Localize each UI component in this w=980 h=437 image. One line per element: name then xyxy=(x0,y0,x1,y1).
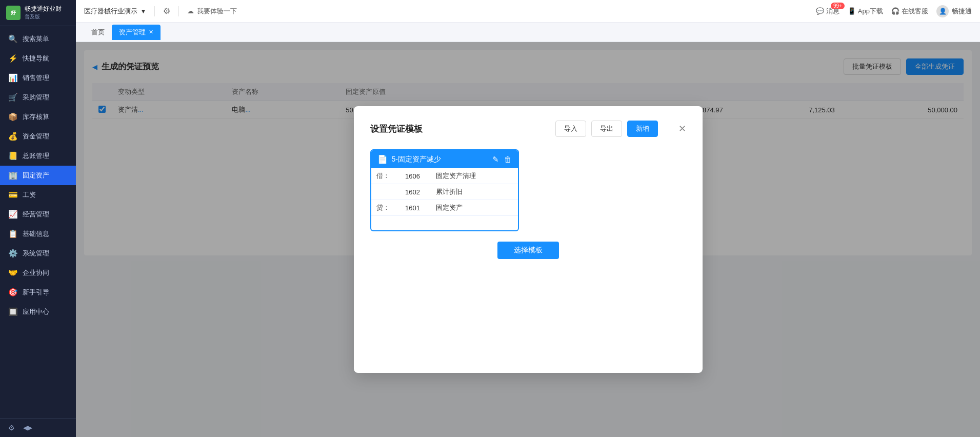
sidebar-item-cooperation[interactable]: 🤝 企业协同 xyxy=(0,263,76,283)
sidebar-item-label: 库存核算 xyxy=(23,112,49,122)
message-badge: 99+ xyxy=(831,3,845,9)
template-card: 📄 5-固定资产减少 ✎ 🗑 借： xyxy=(370,149,519,231)
sidebar-item-label: 新手引导 xyxy=(23,288,49,297)
entry-credit xyxy=(505,200,518,216)
sidebar-item-label: 搜索菜单 xyxy=(23,34,49,44)
appcenter-icon: 🔲 xyxy=(8,307,17,316)
sidebar-item-label: 固定资产 xyxy=(23,171,49,180)
collapse-icon[interactable]: ◀▶ xyxy=(23,424,32,431)
user-menu[interactable]: 👤 畅捷通 xyxy=(936,5,972,17)
app-title: 畅捷通好业财 xyxy=(25,5,62,13)
sidebar-item-salary[interactable]: 💳 工资 xyxy=(0,185,76,205)
sidebar-item-purchase[interactable]: 🛒 采购管理 xyxy=(0,88,76,107)
sidebar-item-label: 经营管理 xyxy=(23,210,49,219)
import-btn[interactable]: 导入 xyxy=(555,121,586,137)
operation-icon: 📈 xyxy=(8,210,17,219)
template-delete-icon[interactable]: 🗑 xyxy=(504,155,512,164)
system-icon: ⚙️ xyxy=(8,249,17,258)
sidebar-item-label: 快捷导航 xyxy=(23,54,49,63)
sidebar-item-operation[interactable]: 📈 经营管理 xyxy=(0,205,76,224)
sidebar-item-inventory[interactable]: 📦 库存核算 xyxy=(0,107,76,127)
topbar-settings-icon[interactable]: ⚙ xyxy=(163,6,170,16)
company-name: 医疗器械行业演示 xyxy=(84,7,137,16)
sidebar-item-guide[interactable]: 🎯 新手引导 xyxy=(0,283,76,302)
modal-title: 设置凭证模板 xyxy=(370,123,423,135)
modal-actions: 导入 导出 新增 xyxy=(555,121,658,137)
app-subtitle: 普及版 xyxy=(25,13,62,21)
trial-experience[interactable]: ☁ 我要体验一下 xyxy=(187,7,237,16)
online-service-btn[interactable]: 🎧 在线客服 xyxy=(891,7,928,16)
entry-type: 借： xyxy=(371,168,400,184)
sales-icon: 📊 xyxy=(8,73,17,83)
online-service-label: 在线客服 xyxy=(902,7,928,16)
template-entry-row: 贷： 1601 固定资产 xyxy=(371,200,518,216)
app-logo: 好 xyxy=(6,6,21,20)
template-name: 5-固定资产减少 xyxy=(392,155,441,164)
main-area: 医疗器械行业演示 ▼ ⚙ ☁ 我要体验一下 💬 消息 99+ 📱 App下载 🎧… xyxy=(76,0,980,437)
entry-debit xyxy=(492,184,505,200)
sidebar-item-label: 资金管理 xyxy=(23,132,49,141)
modal-overlay: 设置凭证模板 导入 导出 新增 ✕ 📄 xyxy=(76,42,980,437)
sidebar-item-quicknav[interactable]: ⚡ 快捷导航 xyxy=(0,49,76,68)
guide-icon: 🎯 xyxy=(8,288,17,297)
phone-icon: 📱 xyxy=(848,7,856,15)
sidebar-item-sales[interactable]: 📊 销售管理 xyxy=(0,68,76,88)
sidebar-item-label: 总账管理 xyxy=(23,151,49,161)
modal-header: 设置凭证模板 导入 导出 新增 ✕ xyxy=(370,121,686,137)
ledger-icon: 📒 xyxy=(8,151,17,161)
new-btn[interactable]: 新增 xyxy=(627,121,658,137)
entry-type: 贷： xyxy=(371,200,400,216)
sidebar-item-basic[interactable]: 📋 基础信息 xyxy=(0,224,76,244)
tab-close-icon[interactable]: ✕ xyxy=(149,29,153,35)
sidebar-item-ledger[interactable]: 📒 总账管理 xyxy=(0,146,76,166)
avatar: 👤 xyxy=(936,5,949,17)
template-doc-icon: 📄 xyxy=(377,154,388,164)
message-icon: 💬 xyxy=(816,7,824,15)
topbar: 医疗器械行业演示 ▼ ⚙ ☁ 我要体验一下 💬 消息 99+ 📱 App下载 🎧… xyxy=(76,0,980,23)
entry-name: 固定资产清理 xyxy=(431,168,492,184)
tabs-bar: 首页 资产管理 ✕ xyxy=(76,23,980,42)
sidebar-item-label: 系统管理 xyxy=(23,249,49,258)
cooperation-icon: 🤝 xyxy=(8,268,17,277)
sidebar-header: 好 畅捷通好业财 普及版 xyxy=(0,0,76,26)
select-template-btn[interactable]: 选择模板 xyxy=(497,242,559,259)
sidebar-item-label: 销售管理 xyxy=(23,73,49,83)
topbar-right: 💬 消息 99+ 📱 App下载 🎧 在线客服 👤 畅捷通 xyxy=(816,5,972,17)
page-content: ◀ 生成的凭证预览 批量凭证模板 全部生成凭证 变动类型 资产名称 xyxy=(76,42,980,437)
entry-name: 累计折旧 xyxy=(431,184,492,200)
template-entry-row: 借： 1606 固定资产清理 xyxy=(371,168,518,184)
salary-icon: 💳 xyxy=(8,190,17,200)
template-card-header: 📄 5-固定资产减少 ✎ 🗑 xyxy=(371,150,518,168)
sidebar-item-label: 基础信息 xyxy=(23,229,49,239)
sidebar-footer: ⚙ ◀▶ xyxy=(0,418,76,437)
company-selector[interactable]: 医疗器械行业演示 ▼ xyxy=(84,7,146,16)
sidebar-item-appcenter[interactable]: 🔲 应用中心 xyxy=(0,302,76,322)
username: 畅捷通 xyxy=(952,7,972,16)
entry-type xyxy=(371,184,400,200)
cloud-icon: ☁ xyxy=(187,7,194,15)
app-download-btn[interactable]: 📱 App下载 xyxy=(848,7,883,16)
tab-asset-mgmt[interactable]: 资产管理 ✕ xyxy=(112,25,161,40)
entry-debit xyxy=(492,168,505,184)
sidebar-item-fund[interactable]: 💰 资金管理 xyxy=(0,127,76,146)
message-btn[interactable]: 💬 消息 99+ xyxy=(816,7,839,16)
fixed-icon: 🏢 xyxy=(8,171,17,180)
sidebar-item-label: 企业协同 xyxy=(23,268,49,277)
topbar-divider2 xyxy=(178,6,179,16)
modal-close-btn[interactable]: ✕ xyxy=(678,124,686,133)
purchase-icon: 🛒 xyxy=(8,93,17,102)
trial-label: 我要体验一下 xyxy=(197,7,237,16)
template-card-body: 借： 1606 固定资产清理 1602 累计折旧 xyxy=(371,168,518,230)
sidebar-item-search[interactable]: 🔍 搜索菜单 xyxy=(0,29,76,49)
basic-icon: 📋 xyxy=(8,229,17,239)
template-edit-icon[interactable]: ✎ xyxy=(492,155,499,164)
sidebar-item-fixed[interactable]: 🏢 固定资产 xyxy=(0,166,76,185)
entry-credit xyxy=(505,168,518,184)
sidebar-item-system[interactable]: ⚙️ 系统管理 xyxy=(0,244,76,263)
tab-home[interactable]: 首页 xyxy=(84,25,112,40)
settings-footer-icon[interactable]: ⚙ xyxy=(8,424,15,432)
search-icon: 🔍 xyxy=(8,34,17,44)
app-download-label: App下载 xyxy=(858,7,883,16)
template-empty-row xyxy=(371,216,518,230)
export-btn[interactable]: 导出 xyxy=(591,121,622,137)
